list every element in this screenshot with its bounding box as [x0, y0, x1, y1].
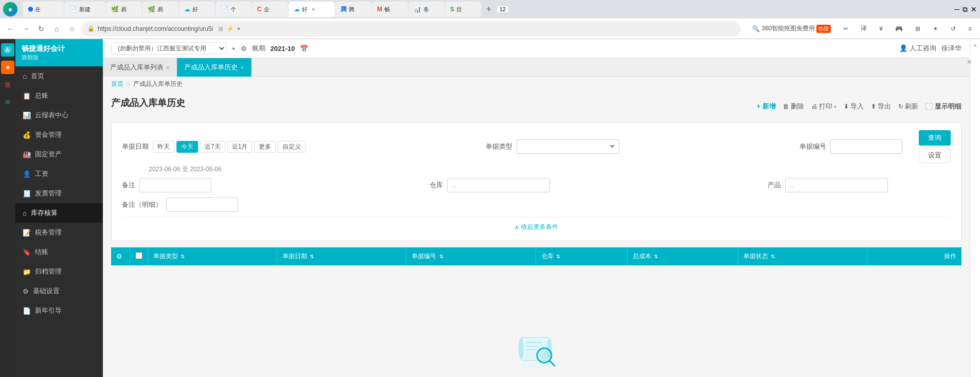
home-button[interactable]: ⌂ [50, 23, 63, 35]
sidebar-item-home[interactable]: ⌂ 首页 [15, 66, 103, 86]
th-doc-type[interactable]: 单据类型 ⇅ [148, 247, 277, 265]
browser-tab-8[interactable]: ☁ 好 × [289, 2, 335, 17]
warehouse-input-box[interactable]: ... [447, 178, 550, 192]
browser-tab-11[interactable]: 📊 各 [408, 2, 444, 17]
theme-btn[interactable]: ☀ [929, 24, 942, 34]
scissors-btn[interactable]: ✂ [839, 24, 852, 34]
search-bar[interactable]: 🔍 360智能抠图免费用 热搜 [748, 23, 835, 34]
calendar-icon[interactable]: 📅 [300, 45, 308, 52]
url-lightning-icon[interactable]: ⚡ [226, 25, 234, 32]
icon-bar-weibo[interactable]: 微 [1, 78, 14, 92]
browser-tab-12[interactable]: S 目 [445, 2, 481, 17]
grid-view-btn[interactable]: ⊞ [911, 24, 924, 34]
svg-point-2 [521, 363, 552, 368]
date-btn-more[interactable]: 更多 [254, 141, 276, 153]
undo-btn[interactable]: ↺ [947, 24, 960, 34]
right-panel-close-btn[interactable]: × [973, 42, 977, 49]
settings-button[interactable]: 设置 [919, 148, 951, 163]
url-box[interactable]: 🔒 https://cloud.chanjet.com/accounting/u… [81, 21, 741, 37]
panel-close-btn[interactable]: × [967, 58, 970, 67]
page-tab-history-close[interactable]: × [240, 64, 243, 70]
collapse-button[interactable]: ∧ 收起更多条件 [122, 221, 951, 234]
company-settings-btn[interactable]: ⚙ [241, 45, 247, 52]
query-button[interactable]: 查询 [919, 130, 951, 146]
sidebar-item-finance[interactable]: 💰 资金管理 [15, 125, 103, 145]
game-btn[interactable]: 🎮 [891, 24, 907, 34]
page-tab-list[interactable]: 产成品入库单列表 × [103, 58, 177, 77]
print-btn[interactable]: 🖨 打印 ▾ [811, 102, 836, 111]
tab-counter[interactable]: 12 [496, 5, 509, 13]
currency-btn[interactable]: ¥ [875, 24, 887, 34]
breadcrumb-home[interactable]: 首页 [111, 80, 123, 88]
icon-bar-orange[interactable]: ★ [1, 61, 14, 74]
product-input-box[interactable]: ... [785, 178, 888, 192]
refresh-button[interactable]: ↻ [35, 23, 47, 35]
import-btn[interactable]: ⬇ 导入 [844, 102, 864, 111]
add-btn[interactable]: + 新增 [757, 102, 776, 111]
sidebar-item-archive[interactable]: 📁 归档管理 [15, 262, 103, 281]
export-btn[interactable]: ⬆ 导出 [871, 102, 891, 111]
browser-tab-1[interactable]: ⬟ 在 [23, 2, 64, 17]
date-btn-yesterday[interactable]: 昨天 [153, 141, 174, 153]
browser-tab-6[interactable]: 📄 个 [216, 2, 252, 17]
win-close-btn[interactable]: ✕ [971, 5, 977, 13]
browser-tab-3[interactable]: 🌿 易 [106, 2, 142, 17]
th-doc-date[interactable]: 单据日期 ⇅ [277, 247, 406, 265]
win-restore-btn[interactable]: ⧉ [963, 5, 968, 14]
more-btn[interactable]: ≡ [964, 24, 976, 34]
select-all-checkbox[interactable] [135, 252, 142, 259]
sidebar-item-inventory[interactable]: ⌂ 库存核算 [15, 203, 103, 223]
tab-close-8[interactable]: × [312, 7, 315, 12]
show-cols-checkbox[interactable] [925, 103, 933, 110]
delete-btn[interactable]: 🗑 删除 [783, 102, 804, 111]
forward-button[interactable]: → [20, 23, 32, 35]
note-input[interactable] [139, 178, 211, 192]
sidebar-item-invoice[interactable]: 🧾 发票管理 [15, 184, 103, 203]
collapse-up-icon: ∧ [514, 224, 519, 231]
browser-tab-2[interactable]: 📄 新建 [64, 2, 105, 17]
col-doc-date-label: 单据日期 [282, 253, 307, 260]
browser-tab-5[interactable]: ☁ 好 [179, 2, 215, 17]
refresh-btn[interactable]: ↻ 刷新 [898, 102, 918, 111]
add-company-btn[interactable]: + [231, 45, 236, 52]
sidebar-item-new-doc[interactable]: 📄 新年引导 [15, 301, 103, 320]
tab-favicon-9: 腾 [341, 5, 347, 14]
doc-type-select[interactable] [516, 139, 619, 154]
sidebar-item-checkout[interactable]: 🔖 结账 [15, 242, 103, 262]
date-btn-custom[interactable]: 自定义 [278, 141, 306, 153]
translate-btn[interactable]: 译 [857, 23, 871, 34]
doc-no-input[interactable] [830, 139, 902, 154]
note-detail-input[interactable] [166, 198, 238, 212]
user-service-btn[interactable]: 👤 人工咨询 [899, 44, 936, 53]
company-select[interactable]: (勿删勿禁用）江西服宝测试专用 [111, 42, 226, 55]
browser-tab-10[interactable]: M 畅 [372, 2, 408, 17]
th-check[interactable] [130, 247, 148, 265]
page-tab-list-close[interactable]: × [166, 64, 169, 70]
th-gear[interactable]: ⚙ [111, 247, 130, 265]
bookmark-button[interactable]: ☆ [66, 23, 78, 35]
th-doc-status[interactable]: 单据状态 ⇅ [738, 247, 867, 265]
date-btn-1month[interactable]: 近1月 [227, 141, 253, 153]
date-btn-7days[interactable]: 近7天 [200, 141, 225, 153]
icon-bar-logo[interactable]: A [1, 43, 14, 57]
sidebar-item-ledger[interactable]: 📋 总账 [15, 86, 103, 105]
back-button[interactable]: ← [4, 23, 16, 35]
browser-tab-9[interactable]: 腾 腾 [335, 2, 371, 17]
sidebar-item-tax[interactable]: 📝 税务管理 [15, 223, 103, 242]
win-minimize-btn[interactable]: ─ [954, 5, 959, 13]
th-warehouse[interactable]: 仓库 ⇅ [536, 247, 627, 265]
sidebar-item-settings[interactable]: ⚙ 基础设置 [15, 281, 103, 301]
username-display: 徐泽华 [941, 44, 961, 53]
browser-tab-4[interactable]: 🌿 易 [142, 2, 179, 17]
new-tab-button[interactable]: + [482, 2, 496, 16]
th-doc-no[interactable]: 单据编号 ⇅ [406, 247, 536, 265]
page-tab-history[interactable]: 产成品入库单历史 × [177, 58, 251, 77]
th-total-cost[interactable]: 总成本 ⇅ [627, 247, 738, 265]
sidebar-item-fixed[interactable]: 🏭 固定资产 [15, 145, 103, 164]
sidebar-item-payroll[interactable]: 👤 工资 [15, 164, 103, 184]
date-btn-today[interactable]: 今天 [176, 141, 198, 153]
sidebar-item-report[interactable]: 📊 云报表中心 [15, 105, 103, 125]
browser-tab-7[interactable]: C 企 [252, 2, 288, 17]
show-cols-ctrl[interactable]: 显示明细 [925, 102, 961, 111]
icon-bar-mail[interactable]: ✉ [1, 96, 14, 109]
